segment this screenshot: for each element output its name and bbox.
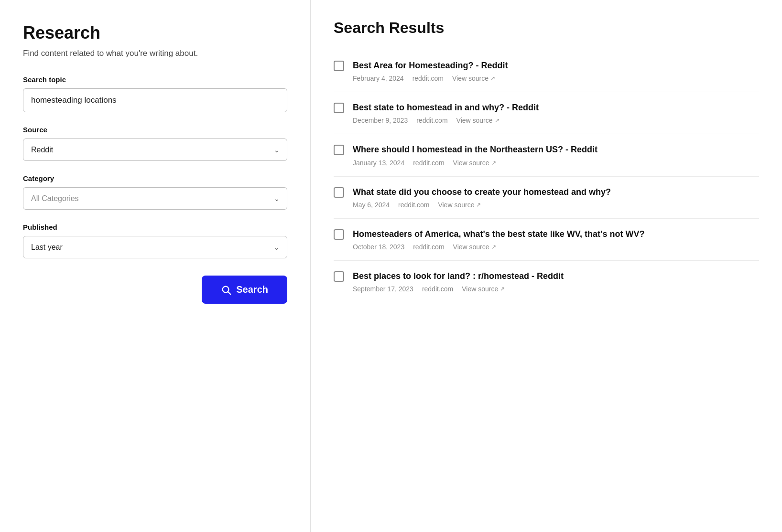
- result-meta-6: September 17, 2023 reddit.com View sourc…: [353, 285, 759, 293]
- left-panel: Research Find content related to what yo…: [0, 0, 311, 532]
- external-link-icon: ↗: [476, 202, 481, 208]
- result-date-3: January 13, 2024: [353, 159, 404, 167]
- external-link-icon: ↗: [495, 117, 500, 124]
- category-select-wrapper: All Categories Agriculture Lifestyle Rea…: [23, 187, 287, 210]
- search-icon: [221, 285, 231, 295]
- result-item: Best state to homestead in and why? - Re…: [334, 92, 759, 134]
- result-title-4: What state did you choose to create your…: [353, 186, 759, 198]
- result-title-6: Best places to look for land? : r/homest…: [353, 270, 759, 282]
- svg-line-1: [228, 292, 230, 294]
- result-item: Homesteaders of America, what's the best…: [334, 219, 759, 261]
- result-meta-3: January 13, 2024 reddit.com View source …: [353, 159, 759, 167]
- result-item: Best Area for Homesteading? - Reddit Feb…: [334, 50, 759, 92]
- result-title-5: Homesteaders of America, what's the best…: [353, 228, 759, 240]
- result-meta-5: October 18, 2023 reddit.com View source …: [353, 243, 759, 251]
- result-item: What state did you choose to create your…: [334, 177, 759, 219]
- category-label: Category: [23, 174, 287, 182]
- external-link-icon: ↗: [491, 160, 496, 166]
- search-topic-label: Search topic: [23, 75, 287, 84]
- result-source-3: reddit.com: [413, 159, 444, 167]
- result-source-5: reddit.com: [413, 243, 444, 251]
- result-view-source-5[interactable]: View source ↗: [453, 243, 496, 251]
- result-checkbox-2[interactable]: [334, 103, 344, 113]
- result-content-6: Best places to look for land? : r/homest…: [353, 270, 759, 293]
- results-list: Best Area for Homesteading? - Reddit Feb…: [334, 50, 759, 302]
- result-source-4: reddit.com: [398, 201, 429, 209]
- right-panel: Search Results Best Area for Homesteadin…: [311, 0, 782, 532]
- search-button-row: Search: [23, 272, 287, 304]
- result-content-1: Best Area for Homesteading? - Reddit Feb…: [353, 60, 759, 82]
- result-source-2: reddit.com: [416, 117, 447, 124]
- result-checkbox-5[interactable]: [334, 229, 344, 240]
- result-content-4: What state did you choose to create your…: [353, 186, 759, 209]
- result-view-source-4[interactable]: View source ↗: [438, 201, 481, 209]
- source-select-wrapper: Reddit All Sources News Blogs ⌄: [23, 138, 287, 161]
- external-link-icon: ↗: [491, 244, 496, 250]
- result-content-2: Best state to homestead in and why? - Re…: [353, 102, 759, 124]
- search-button[interactable]: Search: [202, 276, 287, 304]
- result-source-6: reddit.com: [422, 285, 453, 293]
- page-title: Research: [23, 23, 287, 43]
- result-date-5: October 18, 2023: [353, 243, 404, 251]
- result-title-3: Where should I homestead in the Northeas…: [353, 144, 759, 156]
- result-checkbox-1[interactable]: [334, 61, 344, 71]
- published-select[interactable]: Last year Last month Last week Any time: [23, 236, 287, 258]
- result-date-1: February 4, 2024: [353, 74, 404, 82]
- result-content-3: Where should I homestead in the Northeas…: [353, 144, 759, 166]
- external-link-icon: ↗: [490, 75, 495, 82]
- source-label: Source: [23, 126, 287, 134]
- result-title-1: Best Area for Homesteading? - Reddit: [353, 60, 759, 72]
- result-title-2: Best state to homestead in and why? - Re…: [353, 102, 759, 114]
- result-meta-1: February 4, 2024 reddit.com View source …: [353, 74, 759, 82]
- result-content-5: Homesteaders of America, what's the best…: [353, 228, 759, 251]
- result-date-4: May 6, 2024: [353, 201, 390, 209]
- result-view-source-6[interactable]: View source ↗: [462, 285, 505, 293]
- result-meta-2: December 9, 2023 reddit.com View source …: [353, 117, 759, 124]
- result-view-source-1[interactable]: View source ↗: [452, 74, 495, 82]
- external-link-icon: ↗: [500, 286, 505, 292]
- result-view-source-2[interactable]: View source ↗: [456, 117, 500, 124]
- result-source-1: reddit.com: [413, 74, 444, 82]
- result-item: Where should I homestead in the Northeas…: [334, 134, 759, 176]
- result-date-6: September 17, 2023: [353, 285, 413, 293]
- published-group: Published Last year Last month Last week…: [23, 223, 287, 258]
- search-topic-group: Search topic: [23, 75, 287, 112]
- result-date-2: December 9, 2023: [353, 117, 408, 124]
- result-meta-4: May 6, 2024 reddit.com View source ↗: [353, 201, 759, 209]
- search-topic-input[interactable]: [23, 88, 287, 112]
- category-select[interactable]: All Categories Agriculture Lifestyle Rea…: [23, 187, 287, 210]
- result-item: Best places to look for land? : r/homest…: [334, 261, 759, 302]
- source-group: Source Reddit All Sources News Blogs ⌄: [23, 126, 287, 161]
- published-label: Published: [23, 223, 287, 231]
- category-group: Category All Categories Agriculture Life…: [23, 174, 287, 210]
- source-select[interactable]: Reddit All Sources News Blogs: [23, 138, 287, 161]
- result-checkbox-4[interactable]: [334, 187, 344, 198]
- published-select-wrapper: Last year Last month Last week Any time …: [23, 236, 287, 258]
- page-subtitle: Find content related to what you're writ…: [23, 49, 287, 58]
- result-checkbox-3[interactable]: [334, 145, 344, 155]
- result-checkbox-6[interactable]: [334, 271, 344, 282]
- result-view-source-3[interactable]: View source ↗: [453, 159, 496, 167]
- results-title: Search Results: [334, 19, 759, 37]
